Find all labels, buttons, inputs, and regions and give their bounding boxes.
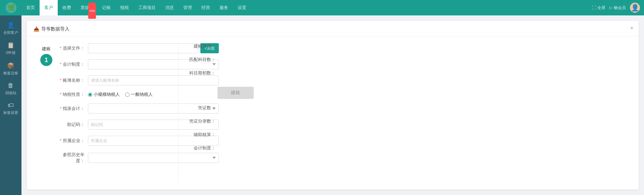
voucher-count-row: 凭证数：	[185, 105, 286, 111]
ledger-name-label: 账簿名称：	[58, 77, 85, 83]
match-subjects-label: 匹配科目数：	[185, 57, 215, 63]
general-taxpayer-label: 一般纳税人	[131, 91, 153, 97]
fullscreen-icon: ⛶	[592, 5, 596, 10]
small-taxpayer-option[interactable]: 小规模纳税人	[88, 91, 120, 97]
aux-accounting-row: 辅助核算：	[185, 132, 286, 138]
nav-item-messages[interactable]: 消息	[160, 0, 179, 15]
nav-item-manage[interactable]: 管理	[179, 0, 197, 15]
sidebar-label-tags: 标签设置	[3, 110, 18, 115]
file-label: 选择文件：	[58, 45, 85, 51]
nav-item-settings[interactable]: 设置	[233, 0, 251, 15]
form-right: 建账月份： 匹配科目数： 科目期初数： 建账	[178, 43, 286, 183]
nav-item-bookkeeping[interactable]: 记账	[97, 0, 115, 15]
import-icon: 📥	[34, 26, 39, 32]
step-label: 建账	[42, 43, 51, 52]
panel-header: 📥 导爷数据导入 ×	[27, 21, 639, 37]
new-badge: new	[88, 3, 96, 19]
top-nav: 🌿 首页 客户 收费 票据 new 记账 报税 工商项目 消息 管理 经营 服务…	[0, 0, 644, 15]
accounting-system-label: 会计制度：	[58, 61, 85, 67]
small-taxpayer-label: 小规模纳税人	[94, 91, 120, 97]
build-account-button[interactable]: 建账	[217, 87, 254, 99]
period-init-label: 科目期初数：	[185, 70, 215, 76]
voucher-count-label: 凭证数：	[185, 105, 215, 111]
nav-item-tax[interactable]: 报税	[115, 0, 134, 15]
general-taxpayer-radio[interactable]	[125, 92, 130, 97]
voucher-entries-row: 凭证分录数：	[185, 118, 286, 124]
nav-items: 首页 客户 收费 票据 new 记账 报税 工商项目 消息 管理 经营 服务 设…	[21, 0, 592, 15]
avatar-icon: 👤	[631, 4, 639, 12]
sidebar: 👤 全部客户 📋 0申报 📦 账套迁移 🗑 回收站 🏷 标签设置	[0, 15, 21, 195]
reference-year-label: 参照历史年度：	[58, 152, 85, 164]
panel-title: 导爷数据导入	[41, 26, 69, 32]
nav-item-fees[interactable]: 收费	[58, 0, 76, 15]
general-taxpayer-option[interactable]: 一般纳税人	[125, 91, 153, 97]
step-badge: 1	[40, 54, 52, 66]
build-btn-container: 建账	[185, 83, 286, 99]
sidebar-label-declaration: 0申报	[6, 50, 15, 55]
aux-accounting-label: 辅助核算：	[185, 132, 215, 138]
memo-code-label: 助记码：	[58, 122, 85, 128]
sidebar-item-tags[interactable]: 🏷 标签设置	[1, 99, 20, 118]
sidebar-item-migration[interactable]: 📦 账套迁移	[1, 59, 20, 78]
nav-item-operations[interactable]: 经营	[197, 0, 215, 15]
trash-icon: 🗑	[8, 82, 14, 89]
match-subjects-row: 匹配科目数：	[185, 57, 286, 63]
period-init-row: 科目期初数：	[185, 70, 286, 76]
setup-month-label: 建账月份：	[185, 43, 215, 49]
small-taxpayer-radio[interactable]	[88, 92, 92, 97]
logo-icon: 🌿	[7, 4, 15, 11]
nav-item-services[interactable]: 服务	[215, 0, 233, 15]
assign-accountant-label: 指派会计：	[58, 106, 85, 112]
vip-btn[interactable]: ▷ 畅会员	[609, 5, 626, 11]
import-panel: 📥 导爷数据导入 × 建账 1	[27, 21, 639, 190]
panel-body: 建账 1 选择文件： +浏览	[27, 37, 639, 190]
tax-type-label: 纳税性质：	[58, 91, 85, 97]
nav-item-clients[interactable]: 客户	[40, 0, 58, 15]
nav-item-invoices[interactable]: 票据 new	[76, 0, 97, 15]
person-icon: 👤	[7, 21, 14, 29]
layout: 👤 全部客户 📋 0申报 📦 账套迁移 🗑 回收站 🏷 标签设置 📥 导爷数据导…	[0, 15, 644, 195]
sidebar-label-recycle: 回收站	[5, 90, 16, 95]
right-accounting-system-label: 会计制度：	[185, 145, 215, 151]
sidebar-item-recycle[interactable]: 🗑 回收站	[1, 79, 20, 98]
voucher-entries-label: 凭证分录数：	[185, 118, 215, 124]
box-icon: 📦	[7, 62, 14, 69]
close-button[interactable]: ×	[630, 25, 633, 31]
sidebar-item-all-clients[interactable]: 👤 全部客户	[1, 19, 20, 38]
fullscreen-btn[interactable]: ⛶ 全屏	[592, 5, 605, 11]
affiliated-company-label: 所属企业：	[58, 138, 85, 144]
logo[interactable]: 🌿	[3, 0, 19, 15]
nav-right: ⛶ 全屏 ▷ 畅会员 👤	[592, 3, 640, 13]
form-icon: 📋	[7, 42, 14, 49]
play-icon: ▷	[609, 5, 612, 10]
nav-item-home[interactable]: 首页	[21, 0, 40, 15]
sidebar-label-all-clients: 全部客户	[3, 30, 18, 35]
nav-item-biz[interactable]: 工商项目	[134, 0, 160, 15]
setup-month-row: 建账月份：	[185, 43, 286, 49]
avatar[interactable]: 👤	[630, 3, 640, 13]
sidebar-item-declaration[interactable]: 📋 0申报	[1, 39, 20, 58]
sidebar-label-migration: 账套迁移	[3, 71, 18, 75]
right-accounting-system-row: 会计制度：	[185, 145, 286, 151]
main-content: 📥 导爷数据导入 × 建账 1	[21, 15, 644, 195]
tag-icon: 🏷	[8, 102, 14, 109]
step-section: 建账 1	[40, 43, 52, 66]
